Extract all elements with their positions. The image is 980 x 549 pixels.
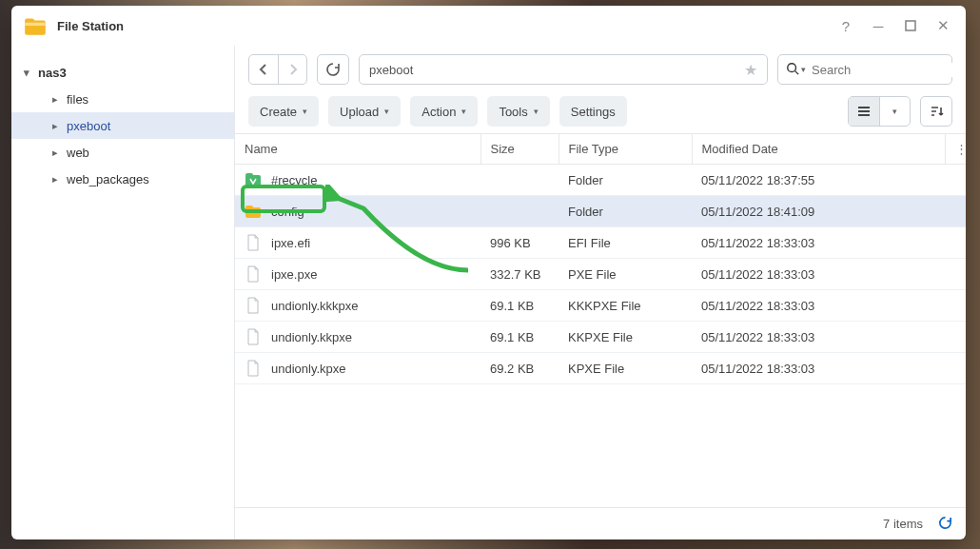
file-icon — [245, 265, 262, 283]
sidebar-item-web[interactable]: ▸ web — [11, 139, 234, 166]
file-size: 69.1 KB — [480, 290, 559, 322]
sort-button[interactable] — [920, 96, 952, 127]
chevron-right-icon: ▸ — [49, 93, 61, 106]
search-options-caret[interactable]: ▾ — [801, 65, 806, 74]
action-toolbar: Create▾ Upload▾ Action▾ Tools▾ Settings … — [235, 93, 966, 133]
file-icon — [245, 234, 262, 251]
file-type: Folder — [559, 165, 692, 196]
titlebar: File Station ? ─ ✕ — [11, 6, 966, 46]
favorite-icon[interactable]: ★ — [744, 61, 757, 79]
svg-rect-13 — [245, 173, 253, 177]
recycle-folder-icon — [245, 171, 262, 188]
settings-button[interactable]: Settings — [559, 96, 627, 127]
file-modified: 05/11/2022 18:37:55 — [692, 165, 945, 196]
nav-back-forward — [248, 54, 307, 85]
file-type: KKPXE File — [559, 322, 692, 353]
sidebar-item-label: web — [67, 146, 89, 160]
caret-down-icon: ▾ — [384, 107, 389, 116]
create-button[interactable]: Create▾ — [248, 96, 319, 127]
column-header-type[interactable]: File Type — [559, 134, 692, 165]
folder-icon — [245, 203, 262, 220]
file-name: undionly.kpxe — [271, 362, 346, 376]
refresh-button[interactable] — [317, 54, 349, 85]
view-switcher: ▾ — [848, 96, 911, 127]
caret-down-icon: ▾ — [461, 107, 466, 116]
table-row[interactable]: configFolder05/11/2022 18:41:09 — [235, 196, 966, 227]
file-name: ipxe.efi — [271, 236, 310, 250]
item-count: 7 items — [883, 517, 923, 531]
sidebar-item-pxeboot[interactable]: ▸ pxeboot — [11, 112, 234, 139]
file-modified: 05/11/2022 18:33:03 — [692, 322, 945, 353]
svg-rect-16 — [245, 209, 261, 211]
file-icon — [245, 297, 262, 314]
file-modified: 05/11/2022 18:33:03 — [692, 353, 945, 384]
caret-down-icon: ▾ — [534, 107, 539, 116]
tree-root[interactable]: ▾ nas3 — [11, 59, 234, 86]
search-input[interactable] — [812, 63, 966, 77]
file-grid: Name Size File Type Modified Date ⋮ #rec… — [235, 133, 966, 507]
file-type: KPXE File — [559, 353, 692, 384]
column-header-row: Name Size File Type Modified Date ⋮ — [235, 134, 966, 165]
search-box[interactable]: ▾ — [777, 54, 952, 85]
file-size — [480, 196, 559, 227]
help-button[interactable]: ? — [834, 14, 857, 37]
sidebar-item-label: files — [67, 92, 88, 107]
file-name: undionly.kkkpxe — [271, 299, 359, 313]
app-icon — [23, 13, 48, 38]
svg-rect-3 — [906, 21, 915, 30]
file-modified: 05/11/2022 18:33:03 — [692, 290, 945, 322]
column-options-button[interactable]: ⋮ — [945, 134, 966, 165]
nav-toolbar: pxeboot ★ ▾ — [235, 46, 966, 93]
action-button[interactable]: Action▾ — [410, 96, 478, 127]
file-name: ipxe.pxe — [271, 267, 317, 282]
chevron-right-icon: ▸ — [49, 120, 61, 132]
minimize-button[interactable]: ─ — [867, 14, 890, 37]
status-refresh-button[interactable] — [938, 516, 952, 533]
view-options-button[interactable]: ▾ — [879, 97, 910, 126]
close-button[interactable]: ✕ — [931, 14, 954, 37]
table-row[interactable]: undionly.kkkpxe69.1 KBKKKPXE File05/11/2… — [235, 290, 966, 322]
file-type: Folder — [559, 196, 692, 227]
file-size: 996 KB — [480, 227, 559, 259]
file-modified: 05/11/2022 18:33:03 — [692, 259, 945, 290]
file-size: 69.1 KB — [480, 322, 559, 353]
path-input[interactable]: pxeboot ★ — [359, 54, 768, 85]
tools-button[interactable]: Tools▾ — [487, 96, 549, 127]
column-header-modified[interactable]: Modified Date — [692, 134, 945, 165]
upload-button[interactable]: Upload▾ — [328, 96, 401, 127]
tree-root-label: nas3 — [38, 66, 67, 80]
sidebar-item-label: pxeboot — [67, 119, 110, 133]
forward-button[interactable] — [278, 55, 306, 84]
file-name: undionly.kkpxe — [271, 330, 352, 344]
column-header-size[interactable]: Size — [480, 134, 559, 165]
back-button[interactable] — [249, 55, 278, 84]
table-row[interactable]: undionly.kpxe69.2 KBKPXE File05/11/2022 … — [235, 353, 966, 384]
svg-line-5 — [795, 70, 799, 74]
sidebar-item-files[interactable]: ▸ files — [11, 86, 234, 112]
file-icon — [245, 328, 262, 345]
file-size: 69.2 KB — [480, 353, 559, 384]
file-size — [480, 165, 559, 196]
svg-rect-2 — [25, 23, 46, 26]
search-icon — [786, 62, 799, 78]
file-modified: 05/11/2022 18:33:03 — [692, 227, 945, 259]
file-icon — [245, 360, 262, 377]
sidebar: ▾ nas3 ▸ files ▸ pxeboot ▸ web ▸ web_pac… — [11, 46, 235, 539]
sidebar-item-label: web_packages — [67, 172, 149, 186]
table-row[interactable]: undionly.kkpxe69.1 KBKKPXE File05/11/202… — [235, 322, 966, 353]
path-text: pxeboot — [369, 63, 744, 77]
sidebar-item-web-packages[interactable]: ▸ web_packages — [11, 166, 234, 192]
column-header-name[interactable]: Name — [235, 134, 480, 165]
chevron-down-icon: ▾ — [21, 67, 32, 79]
table-row[interactable]: #recycleFolder05/11/2022 18:37:55 — [235, 165, 966, 196]
maximize-button[interactable] — [899, 14, 922, 37]
list-view-button[interactable] — [849, 97, 879, 126]
status-bar: 7 items — [235, 507, 966, 539]
table-row[interactable]: ipxe.efi996 KBEFI File05/11/2022 18:33:0… — [235, 227, 966, 259]
file-size: 332.7 KB — [480, 259, 559, 290]
file-name: config — [271, 205, 304, 219]
chevron-right-icon: ▸ — [49, 147, 61, 159]
table-row[interactable]: ipxe.pxe332.7 KBPXE File05/11/2022 18:33… — [235, 259, 966, 290]
file-type: KKKPXE File — [559, 290, 692, 322]
file-name: #recycle — [271, 173, 317, 187]
